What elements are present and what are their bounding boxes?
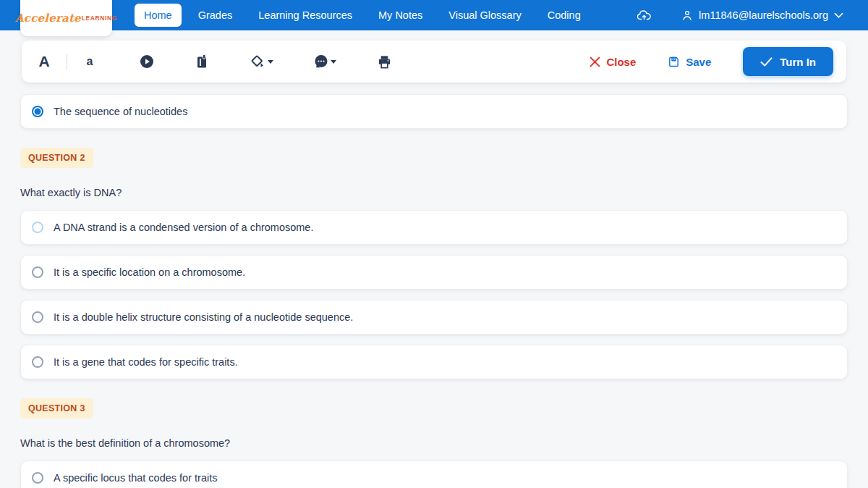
close-label: Close xyxy=(606,56,636,68)
radio-button[interactable] xyxy=(32,472,43,484)
app-header: AccelerateLEARNING HomeGradesLearning Re… xyxy=(0,0,868,30)
question-text: What exactly is DNA? xyxy=(20,187,848,198)
question-block: QUESTION 3 What is the best definition o… xyxy=(20,379,848,488)
radio-button[interactable] xyxy=(32,266,43,278)
main-nav: HomeGradesLearning ResourcesMy NotesVisu… xyxy=(135,4,590,27)
toolbar-right-group: Close Save Turn In xyxy=(590,47,833,76)
font-increase-button[interactable]: A xyxy=(35,53,54,70)
close-icon xyxy=(590,56,600,67)
toolbar-divider xyxy=(67,54,67,70)
answer-option[interactable]: The sequence of nucleotides xyxy=(20,94,848,129)
answer-option[interactable]: It is a gene that codes for specific tra… xyxy=(20,345,848,379)
workbook-button[interactable] xyxy=(195,54,209,70)
radio-button[interactable] xyxy=(32,222,43,233)
assignment-content: The sequence of nucleotides QUESTION 2 W… xyxy=(0,94,868,488)
options-list: A specific locus that codes for traits xyxy=(20,460,848,488)
print-button[interactable] xyxy=(377,54,392,70)
print-icon xyxy=(377,54,392,70)
radio-button[interactable] xyxy=(32,106,43,117)
toolbar-left-group: A a xyxy=(35,53,392,70)
brand-name-script: Accelerate xyxy=(15,12,81,25)
option-label: It is a double helix structure consistin… xyxy=(54,311,353,323)
question-block: QUESTION 2 What exactly is DNA? A DNA st… xyxy=(20,129,848,379)
option-label: A specific locus that codes for traits xyxy=(54,472,217,484)
nav-item-coding[interactable]: Coding xyxy=(538,4,590,27)
cloud-sync-icon[interactable] xyxy=(637,9,651,21)
font-decrease-button[interactable]: a xyxy=(80,55,99,68)
option-label: A DNA strand is a condensed version of a… xyxy=(54,222,313,233)
workbook-icon xyxy=(195,54,209,70)
brand-logo[interactable]: AccelerateLEARNING xyxy=(20,0,112,36)
nav-item-visual-glossary[interactable]: Visual Glossary xyxy=(439,4,530,27)
header-right: lm11846@laurelschools.org xyxy=(637,9,868,21)
question-block: The sequence of nucleotides xyxy=(20,94,848,129)
radio-button[interactable] xyxy=(32,356,43,368)
user-icon xyxy=(681,9,693,21)
toolbar: A a xyxy=(22,41,846,83)
comments-icon xyxy=(314,54,328,69)
answer-option[interactable]: It is a specific location on a chromosom… xyxy=(20,255,848,290)
answer-option[interactable]: A specific locus that codes for traits xyxy=(20,460,848,488)
chevron-down-icon xyxy=(834,12,843,19)
question-text: What is the best definition of a chromos… xyxy=(20,437,848,449)
play-icon xyxy=(140,54,154,69)
option-label: It is a gene that codes for specific tra… xyxy=(54,356,238,368)
question-badge: QUESTION 2 xyxy=(20,148,93,168)
nav-item-learning-resources[interactable]: Learning Resources xyxy=(249,4,362,27)
dropdown-caret xyxy=(331,60,336,64)
save-label: Save xyxy=(686,56,711,68)
play-audio-button[interactable] xyxy=(140,54,154,69)
nav-item-my-notes[interactable]: My Notes xyxy=(369,4,432,27)
turn-in-button[interactable]: Turn In xyxy=(743,47,833,76)
nav-item-grades[interactable]: Grades xyxy=(189,4,242,27)
comments-button[interactable] xyxy=(314,54,336,69)
nav-item-home[interactable]: Home xyxy=(135,4,182,27)
check-icon xyxy=(760,57,773,67)
save-icon xyxy=(668,56,680,68)
dropdown-caret xyxy=(268,60,273,64)
account-menu[interactable]: lm11846@laurelschools.org xyxy=(681,9,843,21)
brand-name-caps: LEARNING xyxy=(82,14,117,22)
turn-in-label: Turn In xyxy=(780,56,816,68)
highlight-color-button[interactable] xyxy=(250,54,273,70)
close-button[interactable]: Close xyxy=(590,56,636,68)
answer-option[interactable]: It is a double helix structure consistin… xyxy=(20,300,848,335)
option-label: The sequence of nucleotides xyxy=(54,106,187,117)
question-badge: QUESTION 3 xyxy=(20,398,93,418)
highlight-color-icon xyxy=(250,54,265,70)
answer-option[interactable]: A DNA strand is a condensed version of a… xyxy=(20,210,848,245)
save-button[interactable]: Save xyxy=(668,56,711,68)
account-email: lm11846@laurelschools.org xyxy=(699,9,828,21)
options-list: A DNA strand is a condensed version of a… xyxy=(20,210,848,379)
option-label: It is a specific location on a chromosom… xyxy=(54,266,245,278)
options-list: The sequence of nucleotides xyxy=(20,94,848,129)
radio-button[interactable] xyxy=(32,311,43,323)
